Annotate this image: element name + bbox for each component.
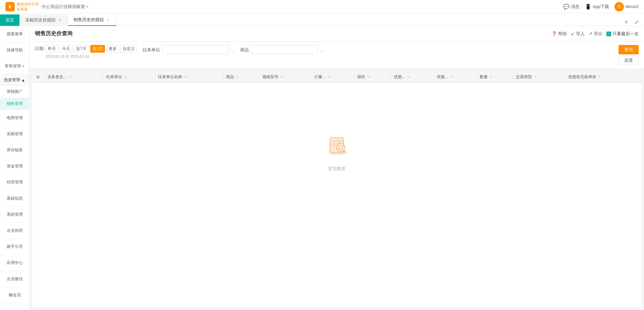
date-buttons: 昨天 今天 近7天 近1月 更多 自定义: [46, 45, 137, 53]
tab-purchase-history-close[interactable]: ×: [58, 18, 62, 22]
goods-filter-input[interactable]: [251, 45, 318, 54]
sidebar-item-label: 采购管理: [7, 131, 23, 137]
date-btn-1month[interactable]: 近1月: [90, 45, 105, 53]
sidebar-item-label: 快捷导航: [7, 47, 23, 53]
last-only-checkbox[interactable]: ✓: [606, 32, 611, 36]
sidebar-item-wholesale-mgmt[interactable]: 批发管理 ▲: [0, 74, 29, 86]
tab-purchase-history[interactable]: 采购历史价跟踪 ×: [20, 14, 68, 26]
tab-bar: 首页 采购历史价跟踪 × 销售历史价跟踪 × × ⤢: [0, 13, 644, 26]
empty-text: 暂无数据: [328, 166, 345, 172]
sort-icon: ⇅: [407, 75, 410, 79]
sidebar-item-label: 零售管理: [5, 63, 21, 69]
sidebar: 搜索菜单 快捷导航 零售管理 ▼ 批发管理 ▲ 营销推广 销售管理 电商管理 采…: [0, 26, 30, 310]
column-trade-type[interactable]: 交易类型 ⇅: [513, 71, 565, 83]
sidebar-item-label: 搜索菜单: [7, 31, 23, 37]
date-btn-7days[interactable]: 近7天: [74, 45, 89, 53]
query-button[interactable]: 查询: [619, 45, 639, 54]
tab-home-label: 首页: [5, 17, 14, 23]
column-quote[interactable]: 报价 ⇅: [355, 71, 391, 83]
sidebar-item-enterprise-wechat[interactable]: 企业微信: [0, 271, 29, 287]
logo-line2: 标准版: [17, 7, 39, 11]
sidebar-item-label: 库存核算: [7, 147, 23, 153]
sidebar-item-basic-info[interactable]: 基础信息: [0, 191, 29, 207]
sidebar-item-label: 经营管理: [7, 179, 23, 185]
sidebar-item-ops-mgmt[interactable]: 经营管理: [0, 174, 29, 191]
sidebar-item-retail-mgmt[interactable]: 零售管理 ▼: [0, 58, 29, 74]
sidebar-item-label: 批发管理: [4, 77, 20, 83]
tab-sales-history-close[interactable]: ×: [106, 17, 111, 22]
date-btn-more[interactable]: 更多: [106, 45, 119, 53]
date-btn-today[interactable]: 今天: [60, 45, 72, 53]
goods-filter-dots[interactable]: ...: [320, 47, 324, 52]
partner-filter-dots[interactable]: ...: [231, 47, 235, 52]
column-discount2[interactable]: 优惠... ⇅: [434, 71, 477, 83]
sidebar-item-ecommerce-mgmt[interactable]: 电商管理: [0, 110, 29, 126]
download-icon: 📱: [585, 4, 591, 10]
tab-home[interactable]: 首页: [0, 14, 20, 26]
column-partner-name[interactable]: 往来单位名称 ⇅: [155, 71, 223, 83]
top-bar: 6 畅捷信好生意 标准版 办公用品行业模拟账套 ▾ 💬 消息 📱 App下载 D…: [0, 0, 644, 13]
sort-icon: ⇅: [450, 75, 453, 79]
filter-actions: 查询 设置: [619, 45, 639, 65]
content-area: 销售历史价查询 ❓ 帮助 ↙ 导入 ↗ 导出 ✓ 只看最后一次: [30, 26, 644, 310]
column-biz-date[interactable]: 业务发生... ⇅: [44, 71, 103, 83]
column-goods[interactable]: 商品 ⇅: [223, 71, 259, 83]
tab-sales-history[interactable]: 销售历史价跟踪 ×: [68, 14, 116, 26]
date-btn-yesterday[interactable]: 昨天: [46, 45, 58, 53]
help-button[interactable]: ❓ 帮助: [551, 31, 567, 37]
close-window-button[interactable]: ×: [623, 18, 630, 26]
date-filter-group: 日期 昨天 今天 近7天 近1月 更多 自定义 2023-02-18 至 202…: [35, 45, 137, 59]
sidebar-item-label: 畅会员: [9, 292, 21, 298]
sidebar-item-label: 系统管理: [7, 212, 23, 217]
app-download-button[interactable]: 📱 App下载: [585, 4, 609, 10]
sidebar-item-enterprise-collab[interactable]: 企业协同: [0, 223, 29, 239]
column-price-no-tax[interactable]: 优惠前无税单价 ⇅: [565, 71, 641, 83]
sort-icon: ⇅: [236, 75, 239, 79]
main-layout: 搜索菜单 快捷导航 零售管理 ▼ 批发管理 ▲ 营销推广 销售管理 电商管理 采…: [0, 26, 644, 310]
table-container: ⚙ 业务发生... ⇅ 往来单位 ⇅ 往来单位名称 ⇅: [32, 71, 641, 307]
sidebar-item-sales-mgmt[interactable]: 销售管理: [0, 98, 29, 110]
sort-icon: ⇅: [184, 75, 187, 79]
sidebar-item-system-mgmt[interactable]: 系统管理: [0, 207, 29, 223]
sidebar-item-search-menu[interactable]: 搜索菜单: [0, 26, 29, 42]
date-options: 昨天 今天 近7天 近1月 更多 自定义 2023-02-18 至 2023-0…: [46, 45, 137, 59]
partner-filter-input[interactable]: [162, 45, 229, 54]
column-spec[interactable]: 规格型号 ⇅: [259, 71, 311, 83]
sidebar-item-marketing[interactable]: 营销推广: [0, 86, 29, 98]
message-button[interactable]: 💬 消息: [563, 4, 580, 10]
maximize-window-button[interactable]: ⤢: [633, 18, 640, 26]
sidebar-item-app-center[interactable]: 应用中心: [0, 255, 29, 271]
table-header-row: ⚙ 业务发生... ⇅ 往来单位 ⇅ 往来单位名称 ⇅: [32, 71, 641, 83]
import-label: 导入: [576, 31, 585, 37]
column-settings[interactable]: ⚙: [32, 71, 44, 83]
last-only-checkbox-label[interactable]: ✓ 只看最后一次: [606, 31, 639, 37]
user-area[interactable]: D demo2: [614, 2, 639, 11]
sidebar-item-quick-nav[interactable]: 快捷导航: [0, 42, 29, 58]
column-discount1[interactable]: 优惠... ⇅: [391, 71, 434, 83]
logo-area: 6 畅捷信好生意 标准版: [5, 2, 39, 11]
sidebar-item-inventory-check[interactable]: 库存核算: [0, 142, 29, 158]
sort-icon: ⇅: [368, 75, 370, 79]
column-unit[interactable]: 计量... ⇅: [312, 71, 355, 83]
svg-point-7: [338, 145, 343, 150]
sidebar-item-finance-mgmt[interactable]: 资金管理: [0, 158, 29, 174]
date-filter-label: 日期: [35, 45, 44, 52]
settings-button[interactable]: 设置: [619, 56, 639, 65]
column-partner-code[interactable]: 往来单位 ⇅: [103, 71, 155, 83]
date-range-text: 2023-02-18 至 2023-03-18: [46, 54, 137, 59]
partner-filter-group: 往来单位 ...: [143, 45, 235, 54]
tab-bar-controls: × ⤢: [623, 18, 644, 26]
empty-state-row: 暂无数据: [32, 83, 641, 217]
sidebar-item-new-guide[interactable]: 新手引导: [0, 239, 29, 255]
sidebar-item-purchase-mgmt[interactable]: 采购管理: [0, 126, 29, 142]
export-label: 导出: [594, 31, 602, 37]
date-btn-custom[interactable]: 自定义: [120, 45, 137, 53]
logo-line1: 畅捷信好生意: [17, 2, 39, 6]
column-qty[interactable]: 数量 ⇅: [477, 71, 513, 83]
sidebar-item-member[interactable]: 畅会员: [0, 287, 29, 303]
import-button[interactable]: ↙ 导入: [571, 31, 585, 37]
tab-purchase-history-label: 采购历史价跟踪: [25, 17, 56, 23]
export-button[interactable]: ↗ 导出: [589, 31, 602, 37]
chevron-up-icon: ▲: [21, 78, 25, 83]
app-selector[interactable]: 办公用品行业模拟账套 ▾: [42, 4, 88, 10]
